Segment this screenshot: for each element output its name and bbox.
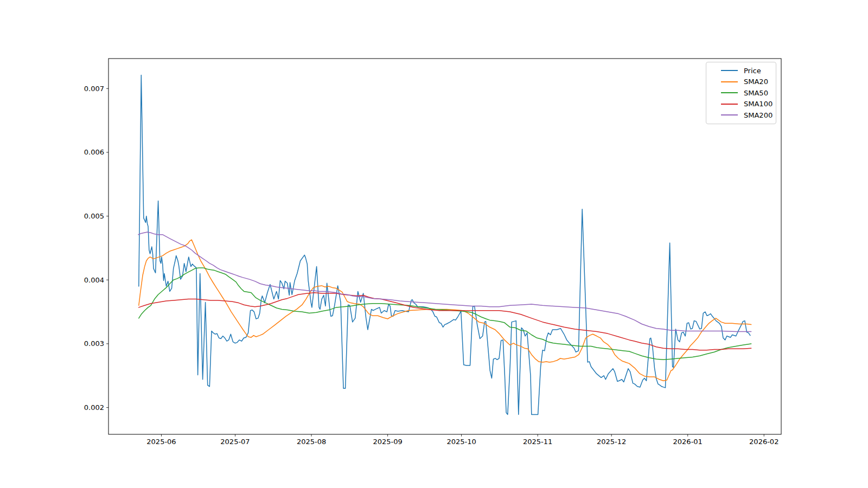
- y-tick-label: 0.002: [84, 403, 104, 412]
- legend-item-label: SMA100: [744, 100, 773, 108]
- y-tick-label: 0.005: [84, 212, 104, 220]
- legend-item: Price: [706, 65, 776, 76]
- x-tick-label: 2025-10: [446, 438, 476, 446]
- x-tick-label: 2026-01: [673, 438, 703, 446]
- legend-item: SMA20: [706, 76, 776, 88]
- legend-line-swatch: [721, 114, 738, 115]
- legend-item: SMA200: [706, 110, 776, 121]
- figure: 2025-062025-072025-082025-092025-102025-…: [0, 0, 868, 488]
- x-axis-ticks: 2025-062025-072025-082025-092025-102025-…: [146, 434, 778, 446]
- legend-item-label: Price: [744, 67, 761, 75]
- plot-area: [108, 59, 781, 434]
- legend-line-swatch: [721, 104, 738, 105]
- y-tick-label: 0.007: [84, 85, 104, 93]
- legend-line-swatch: [721, 92, 738, 93]
- legend-item: SMA50: [706, 87, 776, 99]
- x-tick-label: 2025-09: [373, 438, 402, 446]
- legend-item: SMA100: [706, 99, 776, 110]
- x-tick-label: 2025-08: [297, 438, 326, 446]
- x-tick-label: 2026-02: [749, 438, 778, 446]
- y-tick-label: 0.003: [84, 339, 104, 348]
- y-axis-ticks: 0.0020.0030.0040.0050.0060.007: [84, 85, 108, 412]
- legend-item-label: SMA200: [744, 111, 773, 119]
- legend-box: Price SMA20 SMA50 SMA100 SMA200: [706, 62, 776, 124]
- x-tick-label: 2025-11: [523, 438, 552, 446]
- x-tick-label: 2025-12: [597, 438, 626, 446]
- legend-item-label: SMA20: [744, 78, 768, 86]
- y-tick-label: 0.004: [84, 276, 104, 284]
- x-tick-label: 2025-06: [146, 438, 176, 446]
- y-tick-label: 0.006: [84, 148, 104, 156]
- legend-item-label: SMA50: [744, 89, 768, 97]
- x-tick-label: 2025-07: [220, 438, 250, 446]
- legend-line-swatch: [721, 81, 738, 82]
- legend-line-swatch: [721, 70, 738, 71]
